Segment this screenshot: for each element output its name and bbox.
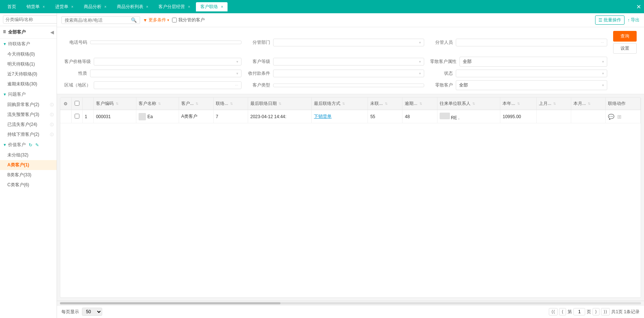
info-icon: ⓘ	[50, 122, 54, 127]
nature-dropdown[interactable]: ▾	[90, 70, 242, 77]
sidebar-search-area: 🔍	[0, 13, 57, 26]
sort-icon: ⇅	[472, 102, 475, 106]
sidebar-7days-pending[interactable]: 近7天待联络(0)	[0, 69, 57, 79]
th-last-month[interactable]: 上月... ⇅	[536, 98, 571, 110]
chat-icon[interactable]: 💬	[608, 114, 614, 120]
my-customers-checkbox[interactable]: 我分管的客户	[172, 17, 205, 23]
td-last-contact-method[interactable]: 下销货单	[312, 110, 368, 123]
sidebar-overdue-contact[interactable]: 逾期未联络(30)	[0, 79, 57, 89]
last-page-button[interactable]: ⟩⟩	[601, 308, 610, 315]
page-number-input[interactable]	[573, 308, 585, 315]
retail-customer-dropdown[interactable]: 全部 ▾	[456, 80, 607, 90]
close-customer-segment-tab[interactable]: ×	[188, 5, 190, 9]
chevron-down-icon: ▾	[419, 60, 421, 64]
sidebar-search-input[interactable]	[3, 15, 57, 24]
th-this-month[interactable]: 本月... ⇅	[571, 98, 605, 110]
pending-contact-section[interactable]: ▼ 待联络客户	[0, 39, 57, 49]
close-product-list-tab[interactable]: ×	[146, 5, 149, 9]
action-icons: 💬 ⊞	[608, 114, 638, 120]
sidebar-loss-warning[interactable]: 流失预警客户(3) ⓘ	[0, 110, 57, 120]
sort-icon: ⇅	[196, 102, 198, 106]
sidebar-declining-customers[interactable]: 持续下滑客户(2) ⓘ	[0, 130, 57, 139]
table-header-row: ⚙ 客户编码 ⇅ 客户名称 ⇅	[60, 98, 641, 110]
payment-dropdown[interactable]: ▾	[273, 70, 425, 77]
sidebar-a-customers[interactable]: A类客户(1)	[0, 160, 57, 170]
th-not-contacted[interactable]: 未联... ⇅	[368, 98, 402, 110]
th-contact[interactable]: 联络... ⇅	[213, 98, 248, 110]
settings-icon[interactable]: ⚙	[64, 101, 68, 106]
dots-icon: ···	[235, 83, 238, 87]
nav-tab-customer-contact[interactable]: 客户联络 ×	[196, 2, 228, 11]
th-last-contact-date[interactable]: 最后联络日期 ⇅	[248, 98, 312, 110]
per-page-select[interactable]: 50 100 200	[82, 308, 102, 316]
th-name[interactable]: 客户名称 ⇅	[136, 98, 179, 110]
nav-tab-product-analysis[interactable]: 商品分析 ×	[79, 2, 111, 11]
retail-attr-dropdown[interactable]: 全部 ▾	[459, 57, 607, 67]
status-dropdown[interactable]: ▾	[456, 70, 607, 77]
export-button[interactable]: ↑ 导出	[627, 17, 640, 23]
th-this-year[interactable]: 本年... ⇅	[500, 98, 536, 110]
customer-level-dropdown[interactable]: ▾	[273, 58, 425, 66]
th-code[interactable]: 客户编码 ⇅	[94, 98, 136, 110]
sidebar-b-customers[interactable]: B类客户(33)	[0, 170, 57, 180]
refresh-icon[interactable]: ↻	[29, 142, 32, 148]
nav-tab-customer-segment[interactable]: 客户分层经营 ×	[154, 2, 194, 11]
price-level-dropdown[interactable]: ▾	[94, 58, 242, 66]
problem-customers-section[interactable]: ▼ 问题客户	[0, 89, 57, 100]
close-purchase-tab[interactable]: ×	[71, 5, 74, 9]
next-page-button[interactable]: ⟩	[593, 308, 600, 315]
toolbar-right: ☰ 批量操作 ↑ 导出	[595, 15, 640, 25]
first-page-button[interactable]: ⟨⟨	[549, 308, 558, 315]
edit-icon[interactable]: ✎	[35, 142, 39, 148]
setting-button[interactable]: 设置	[613, 43, 637, 54]
phone-input[interactable]	[90, 40, 242, 44]
sidebar-unclassified[interactable]: 未分组(32)	[0, 150, 57, 160]
chevron-down-icon: ▾	[419, 71, 421, 75]
sidebar-repurchase-abnormal[interactable]: 回购异常客户(2) ⓘ	[0, 100, 57, 110]
search-icon[interactable]: 🔍	[131, 17, 137, 23]
qr-icon[interactable]: ⊞	[617, 114, 622, 120]
th-category[interactable]: 客户... ⇅	[179, 98, 213, 110]
th-unit-contact[interactable]: 往来单位联系人 ⇅	[437, 98, 500, 110]
nav-tab-home[interactable]: 首页	[3, 2, 21, 11]
dept-dropdown[interactable]: ▾	[273, 39, 425, 46]
select-all-checkbox[interactable]	[75, 101, 79, 106]
sidebar-c-customers[interactable]: C类客户(6)	[0, 180, 57, 190]
horizontal-scrollbar[interactable]	[57, 301, 644, 305]
region-input[interactable]: ···	[94, 81, 242, 89]
td-not-contacted: 55	[368, 110, 402, 123]
toolbar: 🔍 ▼ 更多条件 ▾ 我分管的客户 ☰ 批量操作 ↑ 导出	[57, 13, 644, 27]
scrollbar-thumb[interactable]	[60, 302, 280, 304]
window-close-button[interactable]: ✕	[636, 3, 641, 10]
td-contact: 7	[213, 110, 248, 123]
sidebar-collapse-icon[interactable]: ◀	[50, 30, 54, 35]
nav-tab-product-list[interactable]: 商品分析列表 ×	[112, 2, 153, 11]
sidebar-lost-customers[interactable]: 已流失客户(24) ⓘ	[0, 120, 57, 130]
th-contact-action: 联络动作	[605, 98, 640, 110]
th-overdue[interactable]: 逾期... ⇅	[402, 98, 437, 110]
th-settings[interactable]: ⚙	[60, 98, 71, 110]
my-customers-check[interactable]	[172, 18, 177, 22]
th-last-contact-method[interactable]: 最后联络方式 ⇅	[312, 98, 368, 110]
batch-ops-button[interactable]: ☰ 批量操作	[595, 15, 625, 25]
sidebar-today-pending[interactable]: 今天待联络(0)	[0, 49, 57, 59]
td-this-month	[571, 110, 605, 123]
row-checkbox[interactable]	[75, 114, 79, 119]
value-customers-section[interactable]: ▼ 价值客户 ↻ ✎	[0, 139, 57, 150]
query-button[interactable]: 查询	[613, 31, 637, 42]
sort-icon: ⇅	[279, 102, 282, 106]
td-checkbox[interactable]	[71, 110, 82, 123]
sidebar-tomorrow-pending[interactable]: 明天待联络(1)	[0, 59, 57, 69]
chevron-down-icon: ▾	[167, 18, 169, 22]
close-sales-tab[interactable]: ×	[43, 5, 45, 9]
avatar	[139, 113, 146, 120]
filter-button[interactable]: ▼ 更多条件 ▾	[143, 17, 169, 23]
close-product-analysis-tab[interactable]: ×	[104, 5, 107, 9]
customer-type-input[interactable]	[273, 84, 425, 87]
search-input[interactable]	[65, 18, 131, 23]
nav-tab-sales[interactable]: 销货单 ×	[22, 2, 49, 11]
person-input[interactable]: ···	[456, 39, 607, 46]
nav-tab-purchase[interactable]: 进货单 ×	[51, 2, 78, 11]
prev-page-button[interactable]: ⟨	[559, 308, 566, 315]
close-customer-contact-tab[interactable]: ×	[221, 5, 223, 9]
